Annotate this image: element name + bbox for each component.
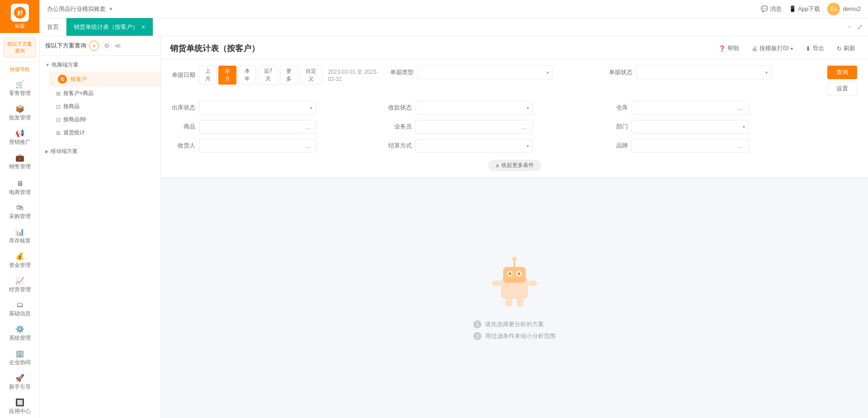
consignee-ellipsis[interactable]: ...	[303, 142, 312, 149]
sidebar-item-finance[interactable]: 💰 资金管理	[0, 248, 39, 273]
by-goods-icon: ⊡	[56, 104, 61, 110]
bill-status-label: 单据状态	[607, 68, 632, 76]
sidebar-item-apps[interactable]: 🔲 应用中心	[0, 394, 39, 418]
retail-icon: 🛒	[15, 80, 24, 89]
industry-dropdown-icon[interactable]: ▾	[109, 5, 113, 12]
basic-icon: 🗂	[16, 301, 24, 309]
print-icon: 🖨	[752, 45, 758, 52]
date-last-7-btn[interactable]: 近7天	[258, 66, 278, 85]
query-button[interactable]: 查询	[827, 66, 857, 79]
sidebar-item-retail-label: 零售管理	[9, 90, 31, 97]
sidebar-search-section: 按以下方案查询	[0, 33, 39, 62]
page-title: 销货单统计表（按客户）	[170, 43, 259, 54]
date-label: 单据日期	[170, 71, 195, 79]
tab-close-icon[interactable]: ✕	[141, 24, 146, 30]
user-name: demo2	[843, 5, 861, 12]
consignee-select[interactable]: ...	[199, 139, 316, 152]
export-icon: ⬇	[806, 45, 811, 52]
sidebar-item-sales[interactable]: 💼 销售管理	[0, 150, 39, 174]
sidebar-item-enterprise-label: 企业协同	[9, 359, 31, 366]
operation-icon: 📈	[15, 276, 24, 285]
filter-dept-section: 部门 ▾	[603, 120, 816, 133]
date-this-year-btn[interactable]: 本年	[238, 66, 256, 85]
date-more-btn[interactable]: 更多	[280, 66, 298, 85]
tree-pc-header[interactable]: ▼ 电脑端方案	[40, 58, 160, 71]
date-custom-btn[interactable]: 自定义	[300, 66, 322, 85]
filter-out-status-section: 出库状态 ▾	[170, 101, 383, 114]
sidebar-item-retail[interactable]: 🛒 零售管理	[0, 76, 39, 101]
filter-area: 单据日期 上月 本月 本年 近7天 更多 自定义 2023-03-01 至 20…	[161, 59, 868, 178]
app-download-button[interactable]: 📱 App下载	[789, 5, 820, 13]
svg-rect-10	[492, 280, 501, 286]
sidebar-logo[interactable]: 好 标版	[0, 0, 39, 33]
brand-select[interactable]: ...	[632, 139, 749, 152]
warehouse-label: 仓库	[603, 104, 628, 112]
export-button[interactable]: ⬇ 导出	[802, 43, 828, 54]
payment-dropdown-icon: ▾	[527, 143, 529, 148]
by-goods-label: 按商品	[63, 103, 80, 110]
template-print-label: 按模板打印	[760, 44, 789, 52]
content-area: 按以下方案查询 + ⚙ ≪ ▼ 电脑端方案 客 按客户	[40, 36, 868, 418]
dept-select[interactable]: ▾	[632, 120, 749, 133]
tree-item-refund-stat[interactable]: ⊞ 退货统计	[49, 126, 160, 139]
tab-home[interactable]: 首页	[40, 18, 66, 36]
sidebar: 好 标版 按以下方案查询 快捷导航 🛒 零售管理 📦 批发管理 📢 营销推广 💼…	[0, 0, 40, 418]
sidebar-item-basic[interactable]: 🗂 基础信息	[0, 297, 39, 321]
add-scheme-button[interactable]: +	[89, 41, 99, 51]
tab-minimize-icon[interactable]: －	[846, 22, 853, 32]
receipt-status-select[interactable]: ▾	[415, 101, 533, 114]
out-status-select[interactable]: ▾	[199, 101, 316, 114]
salesman-ellipsis[interactable]: ...	[520, 123, 529, 130]
sidebar-item-sales-label: 销售管理	[9, 163, 31, 171]
tree-pc-items: 客 按客户 ⊞ 按客户+商品 ⊡ 按商品 ⊡ 按商品99	[40, 71, 160, 139]
collapse-more-button[interactable]: ∧ 收起更多条件	[488, 160, 541, 171]
refresh-button[interactable]: ↻ 刷新	[833, 43, 859, 54]
sidebar-item-enterprise[interactable]: 🏢 企业协同	[0, 346, 39, 370]
tree-item-by-customer-goods[interactable]: ⊞ 按客户+商品	[49, 87, 160, 100]
empty-tip-1: 1 请先选择要分析的方案	[473, 320, 556, 328]
goods-ellipsis[interactable]: ...	[303, 123, 312, 130]
wholesale-icon: 📦	[15, 104, 24, 113]
sidebar-item-operation[interactable]: 📈 经营管理	[0, 273, 39, 297]
bill-status-select[interactable]: ▾	[636, 66, 772, 79]
tab-actions: － ⤢	[840, 22, 868, 32]
sidebar-item-wholesale[interactable]: 📦 批发管理	[0, 101, 39, 125]
bill-type-select[interactable]: ▾	[417, 66, 553, 79]
sidebar-item-marketing[interactable]: 📢 营销推广	[0, 125, 39, 150]
tree-item-by-customer[interactable]: 客 按客户	[49, 71, 160, 87]
tree-item-by-goods[interactable]: ⊡ 按商品	[49, 100, 160, 113]
sidebar-item-system[interactable]: ⚙️ 系统管理	[0, 321, 39, 346]
date-this-month-btn[interactable]: 本月	[218, 66, 236, 85]
sidebar-item-system-label: 系统管理	[9, 334, 31, 342]
date-last-month-btn[interactable]: 上月	[199, 66, 217, 85]
sidebar-item-marketing-label: 营销推广	[9, 138, 31, 146]
help-button[interactable]: ❓ 帮助	[715, 43, 743, 54]
template-print-button[interactable]: 🖨 按模板打印 ▾	[748, 43, 797, 54]
tab-sales-stat[interactable]: 销货单统计表（按客户） ✕	[66, 18, 153, 36]
sidebar-item-ecommerce-label: 电商管理	[9, 189, 31, 196]
settings-button[interactable]: 设置	[827, 82, 857, 95]
goods-select[interactable]: ...	[199, 120, 316, 133]
sidebar-item-guide[interactable]: 🚀 新手引导	[0, 370, 39, 394]
brand-ellipsis[interactable]: ...	[736, 142, 745, 149]
settings-scheme-button[interactable]: ⚙	[102, 41, 112, 51]
user-area[interactable]: Ea demo2	[827, 3, 861, 15]
header-left: 办公用品行业模拟账套 ▾	[47, 5, 113, 13]
tab-expand-icon[interactable]: ⤢	[857, 23, 863, 31]
sidebar-item-ecommerce[interactable]: 🖥 电商管理	[0, 176, 39, 200]
sidebar-item-purchase[interactable]: 🛍 采购管理	[0, 200, 39, 224]
tip-text-2: 用过滤条件来缩小分析范围	[485, 332, 556, 340]
left-panel-title: 按以下方案查询	[45, 42, 86, 50]
payment-select[interactable]: ▾	[415, 139, 533, 152]
tree-mobile-header[interactable]: ▶ 移动端方案	[40, 145, 160, 158]
svg-point-6	[509, 272, 511, 275]
warehouse-select[interactable]: ...	[632, 101, 749, 114]
warehouse-ellipsis[interactable]: ...	[736, 104, 745, 111]
message-button[interactable]: 💬 消息	[761, 5, 782, 13]
salesman-select[interactable]: ...	[415, 120, 533, 133]
header-right: 💬 消息 📱 App下载 Ea demo2	[761, 3, 861, 15]
tree-item-by-goods-99[interactable]: ⊡ 按商品99	[49, 113, 160, 126]
sidebar-item-inventory[interactable]: 📊 库存核算	[0, 224, 39, 248]
search-menu-button[interactable]: 按以下方案查询	[4, 38, 36, 57]
collapse-panel-button[interactable]: ≪	[114, 42, 121, 49]
